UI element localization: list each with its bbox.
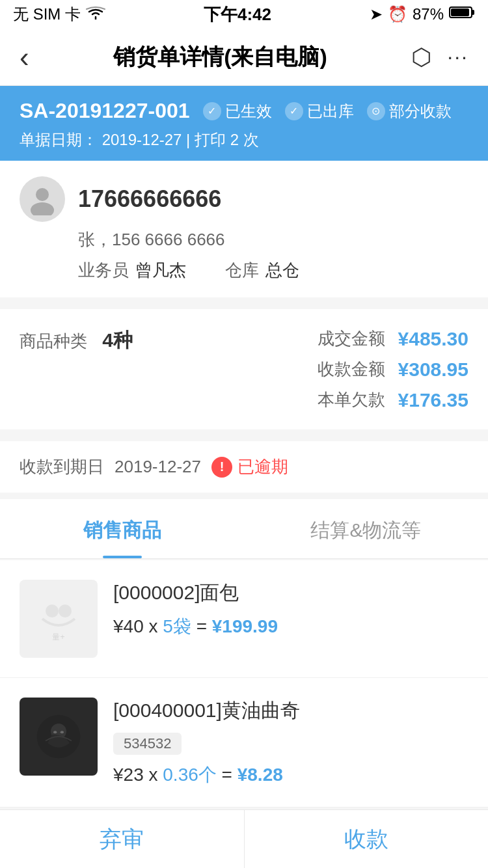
collection-amount: ¥308.95 <box>398 359 468 381</box>
svg-point-4 <box>31 202 54 215</box>
product-list: 量+ [0000002]面包 ¥40 x 5袋 = ¥199.99 <box>0 560 488 807</box>
product-thumb-1: 量+ <box>20 580 98 658</box>
svg-rect-1 <box>472 10 474 15</box>
print-unit: 次 <box>243 131 259 148</box>
badge-partial: ⊙ 部分收款 <box>367 101 452 122</box>
product-sku-2: 534532 <box>113 733 182 755</box>
customer-phone: 17666666666 <box>78 185 221 213</box>
product-type-row: 商品种类 4种 <box>20 327 133 354</box>
customer-name: 张，156 6666 6666 <box>78 228 468 251</box>
date-label: 单据日期： <box>20 131 98 148</box>
tab-settlement[interactable]: 结算&物流等 <box>244 499 488 558</box>
transaction-row: 成交金额 ¥485.30 <box>318 327 468 350</box>
staff-value: 曾凡杰 <box>135 259 186 282</box>
status-right: ➤ ⏰ 87% <box>370 5 475 23</box>
warehouse-value: 总仓 <box>265 259 299 282</box>
svg-text:量+: 量+ <box>52 632 64 642</box>
product-price-1: ¥40 x 5袋 = ¥199.99 <box>113 614 468 639</box>
svg-point-11 <box>53 731 57 733</box>
divider-2 <box>0 431 488 441</box>
check-icon-1: ✓ <box>203 102 221 120</box>
avatar <box>20 176 65 222</box>
product-unit-price-2: ¥23 <box>113 765 144 785</box>
staff-label: 业务员 <box>78 259 129 282</box>
stats-right: 成交金额 ¥485.30 收款金额 ¥308.95 本单欠款 ¥176.35 <box>318 327 468 411</box>
order-number: SA-20191227-001 <box>20 99 190 123</box>
cancel-button[interactable]: 弃审 <box>0 810 245 868</box>
status-left: 无 SIM 卡 <box>13 4 105 25</box>
order-date-row: 单据日期： 2019-12-27 | 打印 2 次 <box>20 129 468 150</box>
alarm-icon: ⏰ <box>388 5 407 23</box>
print-label: | 打印 <box>186 131 226 148</box>
product-price-2: ¥23 x 0.36个 = ¥8.28 <box>113 763 468 787</box>
product-name-2: [000400001]黄油曲奇 <box>113 698 468 724</box>
product-qty-2: 0.36个 <box>163 765 217 785</box>
battery-icon <box>449 5 475 23</box>
badge-effective: ✓ 已生效 <box>203 101 272 122</box>
product-equals-2: = <box>222 765 237 785</box>
status-bar: 无 SIM 卡 下午4:42 ➤ ⏰ 87% <box>0 0 488 29</box>
svg-point-6 <box>59 604 72 617</box>
more-icon[interactable]: ··· <box>447 45 468 69</box>
badge-shipped: ✓ 已出库 <box>285 101 354 122</box>
bottom-bar: 弃审 收款 <box>0 809 488 868</box>
product-item-1: 量+ [0000002]面包 ¥40 x 5袋 = ¥199.99 <box>0 560 488 678</box>
clock-icon: ⊙ <box>367 102 385 120</box>
warehouse-label: 仓库 <box>225 259 259 282</box>
battery-level: 87% <box>413 5 444 23</box>
debt-row: 本单欠款 ¥176.35 <box>318 388 468 411</box>
product-total-2: ¥8.28 <box>237 765 283 785</box>
customer-section: 17666666666 张，156 6666 6666 业务员 曾凡杰 仓库 总… <box>0 161 488 297</box>
product-info-2: [000400001]黄油曲奇 534532 ¥23 x 0.36个 = ¥8.… <box>113 698 468 787</box>
product-total-1: ¥199.99 <box>212 616 278 636</box>
tab-sales-products[interactable]: 销售商品 <box>0 499 244 558</box>
transaction-amount: ¥485.30 <box>398 328 468 350</box>
product-equals-1: = <box>197 616 212 636</box>
divider-1 <box>0 299 488 309</box>
debt-amount: ¥176.35 <box>398 389 468 411</box>
collection-label: 收款金额 <box>318 358 385 381</box>
overdue-badge: ! 已逾期 <box>211 455 288 478</box>
overdue-text: 已逾期 <box>237 455 288 478</box>
location-icon: ➤ <box>370 5 383 23</box>
back-button[interactable]: ‹ <box>20 41 29 74</box>
product-type-value: 4种 <box>102 329 133 351</box>
order-banner: SA-20191227-001 ✓ 已生效 ✓ 已出库 ⊙ 部分收款 单据日期：… <box>0 86 488 161</box>
product-multiply-1: x <box>149 616 163 636</box>
due-date-section: 收款到期日 2019-12-27 ! 已逾期 <box>0 441 488 493</box>
page-title: 销货单详情(来自电脑) <box>113 42 327 72</box>
product-type-label: 商品种类 <box>20 331 87 351</box>
share-icon[interactable]: ⬡ <box>411 44 431 71</box>
customer-detail: 业务员 曾凡杰 仓库 总仓 <box>78 259 468 282</box>
product-qty-1: 5袋 <box>163 616 191 636</box>
nav-bar: ‹ 销货单详情(来自电脑) ⬡ ··· <box>0 29 488 86</box>
sim-status: 无 SIM 卡 <box>13 4 81 25</box>
product-multiply-2: x <box>149 765 163 785</box>
print-count: 2 <box>230 131 239 148</box>
check-icon-2: ✓ <box>285 102 303 120</box>
stats-section: 商品种类 4种 成交金额 ¥485.30 收款金额 ¥308.95 本单欠款 ¥… <box>0 309 488 429</box>
confirm-button[interactable]: 收款 <box>245 810 489 868</box>
svg-point-12 <box>61 731 64 733</box>
collection-row: 收款金额 ¥308.95 <box>318 358 468 381</box>
svg-point-5 <box>46 604 59 617</box>
wifi-icon <box>86 5 105 23</box>
svg-point-3 <box>36 188 49 201</box>
product-info-1: [0000002]面包 ¥40 x 5袋 = ¥199.99 <box>113 580 468 639</box>
svg-rect-2 <box>451 8 469 16</box>
tabs-section: 销售商品 结算&物流等 <box>0 499 488 559</box>
status-time: 下午4:42 <box>204 3 271 26</box>
product-unit-price-1: ¥40 <box>113 616 144 636</box>
product-thumb-2 <box>20 698 98 776</box>
product-name-1: [0000002]面包 <box>113 580 468 606</box>
product-item-2: [000400001]黄油曲奇 534532 ¥23 x 0.36个 = ¥8.… <box>0 678 488 807</box>
due-label: 收款到期日 <box>20 455 104 478</box>
order-date: 2019-12-27 <box>102 131 182 148</box>
overdue-icon: ! <box>211 457 232 478</box>
due-date: 2019-12-27 <box>115 457 201 477</box>
transaction-label: 成交金额 <box>318 327 385 350</box>
debt-label: 本单欠款 <box>318 388 385 411</box>
